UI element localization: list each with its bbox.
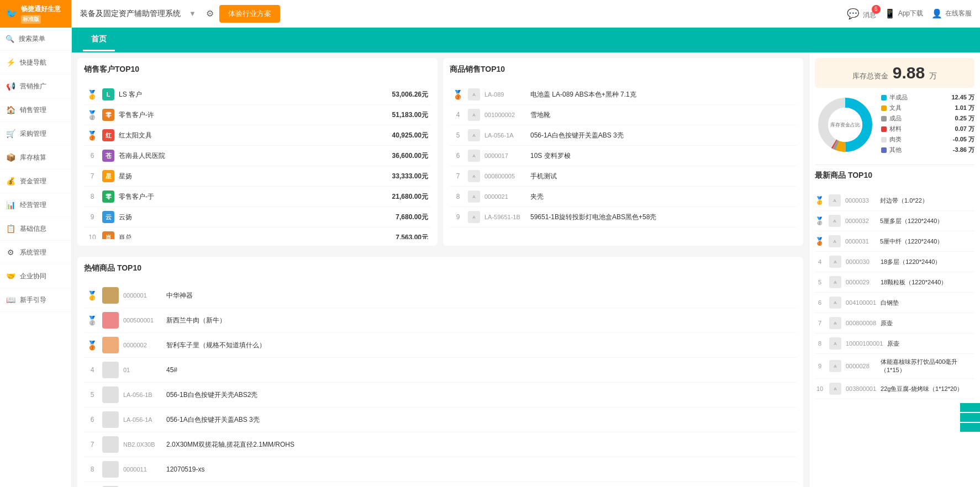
sidebar-item-purchase[interactable]: 🛒 采购管理 [0, 122, 71, 146]
hot-product-img-4 [102, 362, 119, 378]
latest-code-7: 000800008 [846, 320, 876, 326]
customer-badge-6: 零 [102, 190, 114, 203]
customer-value-3: 40,925.00元 [392, 131, 428, 140]
float-btn-community[interactable]: 服务社区 [960, 413, 980, 422]
purchase-icon: 🛒 [6, 129, 15, 139]
sidebar-item-basic-info[interactable]: 📋 基础信息 [0, 217, 71, 241]
latest-name-5: 18颗粒板（1220*2440） [881, 278, 974, 287]
sidebar-item-inventory[interactable]: 📦 库存核算 [0, 146, 71, 170]
latest-medal-2: 🥈 [815, 216, 824, 225]
customer-badge-5: 星 [102, 170, 114, 182]
sidebar-item-quick-nav[interactable]: ⚡ 快捷导航 [0, 51, 71, 75]
latest-name-9: 体能嘉核味苏打饮品400毫升（1*15） [881, 358, 974, 374]
tab-home[interactable]: 首页 [83, 29, 115, 51]
sidebar-item-guide[interactable]: 📖 新手引导 [0, 288, 71, 312]
hot-code-7: NB2.0X30B [123, 441, 162, 448]
product-rank-7: 7 [452, 172, 463, 180]
hot-name-3: 智利车子里（规格不知道填什么） [166, 341, 794, 350]
product-rank-row-8: 8 A 0000021 夹壳 [450, 187, 797, 207]
hot-code-8: 0000011 [123, 466, 162, 473]
product-rank-row-9: 9 A LA-59651-1B 59651-1B旋转投影灯电池盒ABS黑色+58… [450, 207, 797, 227]
customer-row-7: 9 云 云扬 7,680.00元 [84, 207, 431, 227]
legend-dot-3 [881, 116, 887, 121]
latest-product-6: 6 A 004100001 白钢垫 [815, 293, 974, 313]
sidebar-item-finance[interactable]: 💰 资金管理 [0, 170, 71, 193]
hot-medal-1: 🥇 [87, 290, 98, 301]
latest-img-1: A [829, 194, 841, 207]
customer-row-4: 6 苍 苍南县人民医院 36,600.00元 [84, 146, 431, 166]
product-img-7: A [468, 170, 480, 182]
product-name-4: 雪地靴 [530, 110, 794, 120]
latest-rank-6: 6 [815, 299, 825, 306]
customer-name-1: LS 客户 [119, 90, 388, 99]
logo-icon: 🐦 [6, 8, 18, 20]
customer-badge-4: 苍 [102, 150, 114, 162]
product-img-4: A [468, 109, 480, 121]
top-section: 销售客户TOP10 🥇 L LS 客户 53,006.26元 🥈 零 [77, 58, 803, 246]
gear-button[interactable]: ⚙ [206, 8, 214, 19]
customer-name-2: 零售客户-许 [119, 110, 388, 120]
latest-img-9: A [829, 360, 841, 372]
customer-row-2: 🥈 零 零售客户-许 51,183.00元 [84, 105, 431, 125]
app-download-button[interactable]: 📱 App下载 [884, 8, 923, 19]
latest-code-9: 0000028 [846, 363, 876, 369]
hot-products-header: 热销商品 TOP10 [84, 263, 797, 279]
hot-code-2: 000500001 [123, 317, 162, 324]
product-ranking-list: 🥉 A LA-089 电池盖 LA-089 ABS本色+黑种 7.1克 4 A … [450, 84, 797, 227]
hot-name-2: 新西兰牛肉（新牛） [166, 316, 794, 325]
right-panel: 库存总资金 9.88 万 [809, 52, 980, 487]
hot-code-5: LA-056-1B [123, 391, 162, 398]
legend-name-6: 其他 [889, 146, 953, 154]
quick-nav-icon: ⚡ [6, 57, 15, 67]
customer-badge-2: 零 [102, 109, 114, 121]
product-rank-4: 4 [452, 111, 463, 119]
donut-section: 库存资金占比 半成品 12.45 万 文具 1.01 万 [815, 93, 974, 156]
app-download-label: App下载 [898, 9, 923, 18]
hot-product-2: 🥈 000500001 新西兰牛肉（新牛） [84, 308, 797, 333]
customer-row-5: 7 星 星扬 33,333.00元 [84, 166, 431, 187]
top-customers-list: 🥇 L LS 客户 53,006.26元 🥈 零 零售客户-许 51,183.0… [84, 84, 431, 239]
customer-name-8: 肖总 [119, 233, 391, 240]
medal-3: 🥉 [87, 130, 98, 141]
customer-value-6: 21,680.00元 [392, 192, 428, 202]
sidebar-item-operations[interactable]: 📊 经营管理 [0, 193, 71, 217]
float-btn-service[interactable]: 客服热线 [960, 403, 980, 412]
latest-name-7: 原壶 [881, 319, 974, 327]
latest-img-7: A [829, 317, 841, 329]
latest-rank-7: 7 [815, 320, 825, 326]
latest-medal-1: 🥇 [815, 196, 824, 205]
operations-icon: 📊 [6, 200, 15, 210]
online-service-button[interactable]: 👤 在线客服 [931, 8, 972, 19]
customer-value-1: 53,006.26元 [392, 90, 428, 99]
sidebar-item-marketing[interactable]: 📢 营销推广 [0, 75, 71, 98]
sidebar-item-sales[interactable]: 🏠 销售管理 [0, 98, 71, 122]
sales-icon: 🏠 [6, 105, 15, 115]
experience-button[interactable]: 体验行业方案 [219, 5, 280, 23]
customer-row-6: 8 零 零售客户-于 21,680.00元 [84, 187, 431, 207]
latest-products-title: 最新商品 TOP10 [815, 171, 872, 181]
latest-medal-3: 🥉 [815, 237, 824, 246]
finance-icon: 💰 [6, 176, 15, 186]
product-rank-6: 6 [452, 152, 463, 160]
hot-product-img-5 [102, 387, 119, 403]
hot-product-img-7 [102, 436, 119, 453]
dropdown-icon[interactable]: ▼ [189, 9, 196, 18]
online-service-label: 在线客服 [945, 9, 972, 18]
sidebar-item-system[interactable]: ⚙ 系统管理 [0, 241, 71, 264]
hot-code-4: 01 [123, 367, 162, 373]
inventory-label: 库存总资金 [852, 72, 888, 80]
latest-code-4: 0000030 [846, 258, 876, 265]
latest-product-8: 8 A 10000100001 原壶 [815, 334, 974, 354]
product-code-9: LA-59651-1B [484, 214, 526, 220]
sidebar-item-cooperation[interactable]: 🤝 企业协同 [0, 264, 71, 288]
customer-badge-1: L [102, 88, 114, 100]
hot-name-6: 056-1A白色按键开关盖ABS 3壳 [166, 415, 794, 425]
legend-value-5: -0.05 万 [953, 135, 974, 144]
notification-button[interactable]: 💬 6 消息 [847, 8, 876, 20]
hot-products-title: 热销商品 TOP10 [84, 263, 141, 273]
latest-code-3: 0000031 [845, 238, 876, 245]
search-menu[interactable]: 🔍 搜索菜单 [0, 28, 71, 51]
float-btn-live[interactable]: 直播 [960, 423, 980, 432]
quick-nav-label: 快捷导航 [20, 58, 46, 67]
inventory-label: 库存核算 [20, 153, 46, 162]
